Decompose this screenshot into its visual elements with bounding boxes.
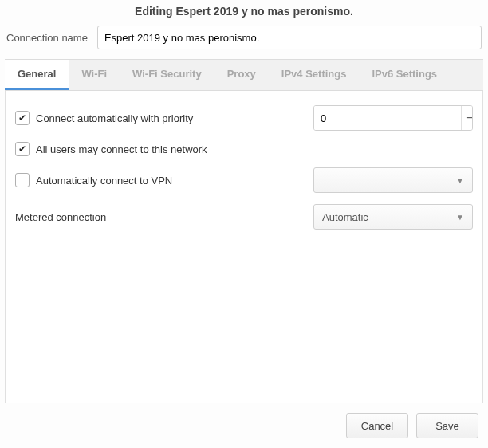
chevron-down-icon: ▼ (456, 176, 464, 185)
auto-vpn-checkbox[interactable] (15, 173, 30, 187)
chevron-down-icon: ▼ (456, 213, 464, 222)
tab-wifi[interactable]: Wi-Fi (69, 60, 120, 90)
tab-ipv4[interactable]: IPv4 Settings (269, 60, 360, 90)
priority-spinbox: − + (313, 105, 473, 131)
general-panel: Connect automatically with priority − + … (5, 91, 483, 403)
auto-connect-checkbox[interactable] (15, 111, 30, 125)
save-button[interactable]: Save (416, 413, 478, 438)
vpn-combobox[interactable]: ▼ (313, 167, 473, 193)
tab-ipv6[interactable]: IPv6 Settings (359, 60, 450, 90)
priority-input[interactable] (314, 106, 461, 130)
window-title: Editing Espert 2019 y no mas peronismo. (0, 0, 488, 26)
all-users-label: All users may connect to this network (36, 143, 207, 155)
tab-bar: General Wi-Fi Wi-Fi Security Proxy IPv4 … (5, 59, 483, 91)
connection-name-input[interactable] (97, 26, 482, 49)
cancel-button[interactable]: Cancel (346, 413, 408, 438)
metered-combobox[interactable]: Automatic ▼ (313, 204, 473, 230)
tab-proxy[interactable]: Proxy (214, 60, 269, 90)
metered-label: Metered connection (15, 211, 106, 223)
metered-selected-value: Automatic (322, 211, 368, 223)
auto-connect-label: Connect automatically with priority (36, 112, 193, 124)
tab-wifi-security[interactable]: Wi-Fi Security (120, 60, 214, 90)
auto-vpn-label: Automatically connect to VPN (36, 175, 172, 187)
tab-general[interactable]: General (5, 60, 69, 90)
connection-name-label: Connection name (6, 32, 88, 44)
priority-decrement[interactable]: − (461, 106, 473, 130)
all-users-checkbox[interactable] (15, 142, 30, 156)
